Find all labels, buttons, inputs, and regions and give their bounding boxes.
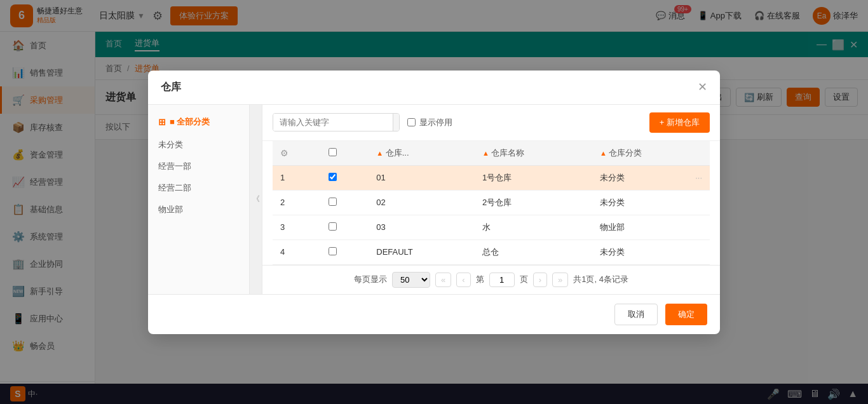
table-header: ⚙ ▲ 仓库... ▲ 仓库名称 ▲ 仓库分类 (273, 141, 710, 166)
col-category: ▲ 仓库分类 (592, 141, 710, 166)
confirm-btn[interactable]: 确定 (665, 304, 707, 325)
row-checkbox-3[interactable] (321, 215, 369, 239)
row-name-4: 总仓 (475, 239, 592, 264)
row-code-2: 02 (369, 190, 475, 215)
modal-category-物业部[interactable]: 物业部 (148, 199, 249, 220)
row-category-2: 未分类 (592, 191, 710, 215)
table-row[interactable]: 4 DEFAULT 总仓 未分类 (273, 239, 710, 264)
add-warehouse-btn[interactable]: + 新增仓库 (649, 112, 710, 133)
show-disabled-checkbox[interactable] (407, 118, 416, 126)
pagination: 每页显示 102050100 « ‹ 第 页 › » 共1页, 4条记录 (262, 265, 720, 294)
show-disabled-label: 显示停用 (407, 117, 452, 128)
modal-overlay: 仓库 ✕ ⊞ ■ 全部分类 未分类经营一部经营二部物业部 《 (0, 0, 868, 404)
prev-page-btn[interactable]: ‹ (456, 273, 470, 287)
row-name-3: 水 (475, 215, 592, 239)
col-name: ▲ 仓库名称 (475, 141, 592, 166)
search-submit-btn[interactable]: 🔍 (393, 114, 400, 131)
row-name-1: 1号仓库 (475, 165, 592, 190)
modal-category-经营一部[interactable]: 经营一部 (148, 156, 249, 177)
col-checkbox (321, 141, 369, 166)
warehouse-table-body: 1 01 1号仓库 未分类··· 2 02 2号仓库 未分类 3 03 水 物业… (273, 165, 710, 264)
modal-category-sidebar: ⊞ ■ 全部分类 未分类经营一部经营二部物业部 (148, 105, 250, 294)
page-suffix: 页 (520, 274, 528, 285)
last-page-btn[interactable]: » (552, 273, 568, 287)
modal-toolbar: 🔍 显示停用 + 新增仓库 (262, 105, 720, 141)
row-checkbox-4[interactable] (321, 239, 369, 264)
page-number-input[interactable] (489, 273, 515, 287)
row-code-3: 03 (369, 215, 475, 239)
col-settings: ⚙ (273, 141, 321, 166)
cancel-btn[interactable]: 取消 (614, 304, 658, 325)
next-page-btn[interactable]: › (533, 273, 547, 287)
search-input[interactable] (273, 114, 393, 131)
row-checkbox-1[interactable] (321, 165, 369, 190)
table-row[interactable]: 1 01 1号仓库 未分类··· (273, 165, 710, 190)
row-num-2: 2 (273, 190, 321, 215)
row-checkbox-2[interactable] (321, 190, 369, 215)
modal-title: 仓库 (161, 81, 181, 94)
modal-close-btn[interactable]: ✕ (698, 81, 707, 93)
grid-icon: ⊞ (158, 117, 166, 127)
sidebar-collapse-btn[interactable]: 《 (250, 105, 262, 294)
total-info: 共1页, 4条记录 (573, 274, 628, 285)
search-box: 🔍 (273, 113, 400, 131)
row-category-3: 物业部 (592, 215, 710, 239)
per-page-label: 每页显示 (354, 274, 387, 285)
table-row[interactable]: 2 02 2号仓库 未分类 (273, 190, 710, 215)
modal-header: 仓库 ✕ (148, 71, 720, 105)
row-code-4: DEFAULT (369, 239, 475, 264)
modal-all-categories[interactable]: ⊞ ■ 全部分类 (148, 112, 249, 134)
table-row[interactable]: 3 03 水 物业部 (273, 215, 710, 239)
modal-category-经营二部[interactable]: 经营二部 (148, 177, 249, 199)
modal-category-未分类[interactable]: 未分类 (148, 134, 249, 156)
row-name-2: 2号仓库 (475, 190, 592, 215)
row-actions-icon[interactable]: ··· (695, 173, 702, 182)
select-all-checkbox[interactable] (329, 148, 337, 156)
per-page-select[interactable]: 102050100 (392, 272, 430, 288)
col-code: ▲ 仓库... (369, 141, 475, 166)
warehouse-table: ⚙ ▲ 仓库... ▲ 仓库名称 ▲ 仓库分类 1 01 1号仓库 未分类··· (273, 141, 710, 265)
row-num-1: 1 (273, 165, 321, 190)
page-label: 第 (476, 274, 484, 285)
row-num-3: 3 (273, 215, 321, 239)
warehouse-modal: 仓库 ✕ ⊞ ■ 全部分类 未分类经营一部经营二部物业部 《 (148, 71, 720, 334)
modal-table-wrap: ⚙ ▲ 仓库... ▲ 仓库名称 ▲ 仓库分类 1 01 1号仓库 未分类··· (262, 141, 720, 265)
row-num-4: 4 (273, 239, 321, 264)
modal-actions: 取消 确定 (148, 294, 720, 334)
row-category-1: 未分类··· (592, 166, 710, 190)
first-page-btn[interactable]: « (435, 273, 451, 287)
modal-body: ⊞ ■ 全部分类 未分类经营一部经营二部物业部 《 🔍 (148, 105, 720, 294)
row-category-4: 未分类 (592, 240, 710, 264)
row-code-1: 01 (369, 165, 475, 190)
modal-table-area: 🔍 显示停用 + 新增仓库 ⚙ (262, 105, 720, 294)
